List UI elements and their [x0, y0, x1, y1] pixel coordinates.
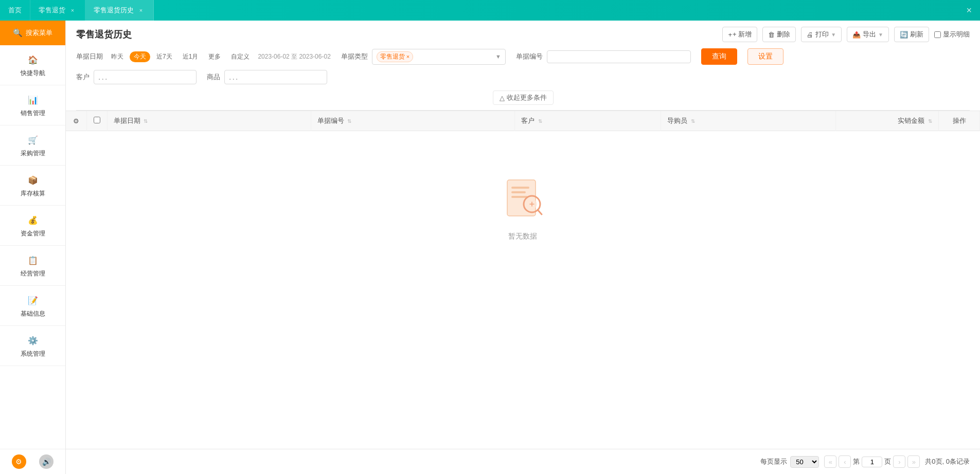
filter-row-2: 客户 ... 商品 ... [76, 70, 970, 84]
page-title: 零售退货历史 [76, 28, 132, 41]
collapse-filter-button[interactable]: △ 收起更多条件 [493, 90, 554, 105]
sidebar-item-finance[interactable]: 💰 资金管理 [0, 206, 65, 246]
sidebar-item-purchase-mgmt[interactable]: 🛒 采购管理 [0, 125, 65, 166]
select-all-checkbox[interactable] [94, 117, 100, 123]
tab-retail-return-history-close[interactable]: × [137, 6, 145, 14]
per-page-group: 每页显示 50 10 20 100 [760, 456, 819, 468]
window-close-button[interactable]: × [958, 5, 980, 16]
tab-retail-return[interactable]: 零售退货 × [30, 0, 85, 21]
new-icon: + [728, 31, 732, 39]
refresh-button[interactable]: 🔄 刷新 [894, 27, 929, 42]
settings-bottom-icon[interactable]: ⚙ [12, 454, 26, 469]
new-button[interactable]: + + 新增 [722, 27, 757, 42]
table-header-row: ⚙ 单据日期 ⇅ 单据编号 ⇅ [66, 111, 980, 131]
data-table: ⚙ 单据日期 ⇅ 单据编号 ⇅ [66, 111, 980, 282]
date-btn-more[interactable]: 更多 [204, 51, 225, 62]
page-suffix: 页 [884, 457, 891, 466]
empty-state: 暂无数据 [66, 131, 980, 282]
pagination-bar: 每页显示 50 10 20 100 « ‹ 第 页 › » 共0页, 0条记录 [66, 449, 980, 474]
goods-dots: ... [229, 72, 239, 82]
date-btn-yesterday[interactable]: 昨天 [107, 51, 128, 62]
date-btn-7days[interactable]: 近7天 [152, 51, 176, 62]
main-layout: 🔍 搜索菜单 🏠 快捷导航 📊 销售管理 🛒 采购管理 📦 库存核算 💰 [0, 21, 980, 474]
goods-filter-group: 商品 ... [207, 70, 327, 84]
query-button[interactable]: 查询 [701, 48, 737, 65]
svg-rect-2 [511, 191, 526, 193]
th-amount-sort-icon[interactable]: ⇅ [928, 118, 932, 124]
basic-info-icon: 📝 [26, 293, 40, 307]
system-mgmt-icon: ⚙️ [26, 333, 40, 348]
sidebar-item-quick-nav[interactable]: 🏠 快捷导航 [0, 45, 65, 85]
pagination-nav: « ‹ 第 页 › » [824, 455, 920, 468]
show-detail-checkbox[interactable] [934, 31, 941, 38]
svg-line-6 [538, 210, 542, 214]
quick-nav-icon: 🏠 [26, 52, 40, 67]
tab-home[interactable]: 首页 [0, 0, 30, 21]
voucher-type-tag-remove[interactable]: × [406, 53, 409, 60]
sales-mgmt-icon: 📊 [26, 93, 40, 107]
column-settings-icon[interactable]: ⚙ [73, 117, 79, 125]
purchase-mgmt-icon: 🛒 [26, 133, 40, 147]
sidebar: 🔍 搜索菜单 🏠 快捷导航 📊 销售管理 🛒 采购管理 📦 库存核算 💰 [0, 21, 66, 474]
date-buttons: 昨天 今天 近7天 近1月 更多 自定义 [107, 51, 254, 62]
print-button[interactable]: 🖨 打印 ▼ [801, 27, 842, 42]
empty-state-icon [497, 172, 548, 224]
tab-retail-return-close[interactable]: × [68, 6, 77, 14]
delete-icon: 🗑 [768, 31, 775, 39]
per-page-select[interactable]: 50 10 20 100 [790, 456, 819, 468]
pagination-last-button[interactable]: » [907, 455, 920, 468]
th-guide-label: 导购员 [667, 117, 687, 124]
pagination-next-button[interactable]: › [893, 455, 905, 468]
date-btn-1month[interactable]: 近1月 [179, 51, 203, 62]
empty-state-text: 暂无数据 [508, 232, 537, 241]
goods-select[interactable]: ... [224, 70, 327, 84]
pagination-first-button[interactable]: « [824, 455, 836, 468]
operations-icon: 📋 [26, 253, 40, 267]
date-filter-group: 单据日期 昨天 今天 近7天 近1月 更多 自定义 2023-06-02 至 2… [76, 51, 331, 62]
customer-filter-group: 客户 ... [76, 70, 197, 84]
voucher-type-select[interactable]: 零售退货 × ▼ [372, 49, 506, 65]
sidebar-item-inventory[interactable]: 📦 库存核算 [0, 166, 65, 206]
sidebar-search-button[interactable]: 🔍 搜索菜单 [0, 21, 65, 45]
th-date-sort-icon[interactable]: ⇅ [144, 118, 148, 124]
export-button[interactable]: 📤 导出 ▼ [847, 27, 889, 42]
finance-icon: 💰 [26, 213, 40, 227]
date-btn-today[interactable]: 今天 [130, 51, 150, 62]
th-guide-sort-icon[interactable]: ⇅ [691, 118, 695, 124]
voucher-no-input[interactable] [547, 50, 691, 63]
sidebar-item-operations[interactable]: 📋 经营管理 [0, 246, 65, 286]
sidebar-search-label: 搜索菜单 [26, 28, 52, 38]
page-label: 第 [853, 457, 860, 466]
th-amount: 实销金额 ⇅ [836, 111, 939, 131]
th-customer-label: 客户 [521, 117, 534, 124]
th-customer: 客户 ⇅ [515, 111, 661, 131]
th-customer-sort-icon[interactable]: ⇅ [538, 118, 542, 124]
tab-retail-return-history-label: 零售退货历史 [94, 6, 134, 15]
th-no-sort-icon[interactable]: ⇅ [347, 118, 351, 124]
sidebar-item-sales-mgmt[interactable]: 📊 销售管理 [0, 85, 65, 125]
tab-retail-return-history[interactable]: 零售退货历史 × [85, 0, 154, 21]
export-icon: 📤 [852, 31, 861, 39]
voucher-no-label: 单据编号 [516, 52, 543, 61]
page-input[interactable] [862, 457, 882, 467]
set-button[interactable]: 设置 [747, 48, 783, 65]
per-page-label: 每页显示 [760, 457, 787, 466]
sidebar-item-system-mgmt[interactable]: ⚙️ 系统管理 [0, 326, 65, 366]
tab-retail-return-label: 零售退货 [39, 6, 65, 15]
pagination-prev-button[interactable]: ‹ [839, 455, 851, 468]
page-header: 零售退货历史 + + 新增 🗑 删除 🖨 打印 ▼ [66, 21, 980, 111]
th-action: 操作 [939, 111, 980, 131]
show-detail-checkbox-label[interactable]: 显示明细 [934, 30, 970, 39]
volume-bottom-icon[interactable]: 🔊 [39, 454, 54, 469]
voucher-type-group: 单据类型 零售退货 × ▼ [341, 49, 506, 65]
top-bar: 首页 零售退货 × 零售退货历史 × × [0, 0, 980, 21]
delete-button[interactable]: 🗑 删除 [762, 27, 796, 42]
date-range-display: 2023-06-02 至 2023-06-02 [258, 52, 330, 61]
date-btn-custom[interactable]: 自定义 [227, 51, 254, 62]
sidebar-nav: 🏠 快捷导航 📊 销售管理 🛒 采购管理 📦 库存核算 💰 资金管理 📋 [0, 45, 65, 449]
customer-select[interactable]: ... [94, 70, 197, 84]
customer-label: 客户 [76, 72, 90, 82]
tab-home-label: 首页 [8, 6, 22, 15]
sidebar-item-operations-label: 经营管理 [21, 269, 45, 278]
sidebar-item-basic-info[interactable]: 📝 基础信息 [0, 286, 65, 326]
